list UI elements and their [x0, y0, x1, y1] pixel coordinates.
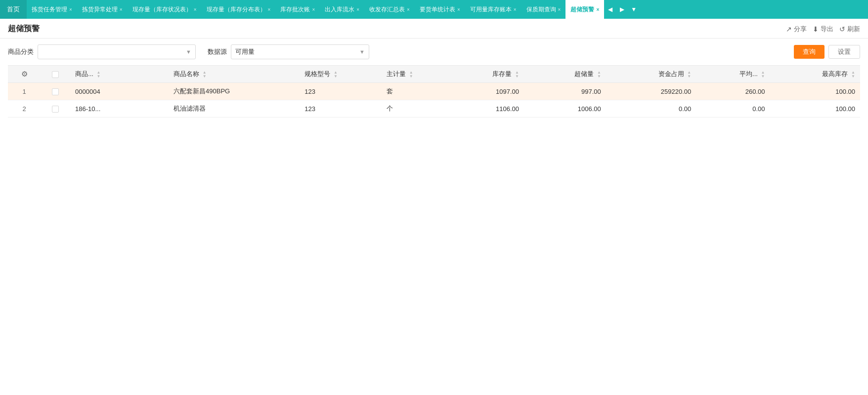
cell-checkbox[interactable] — [41, 83, 70, 100]
sort-arrows-maxstock[interactable]: ▲▼ — [851, 71, 855, 79]
nav-arrow-left[interactable]: ◀ — [604, 0, 616, 19]
nav-close-1[interactable]: × — [120, 7, 123, 12]
cell-checkbox[interactable] — [41, 100, 70, 118]
cell-stock: 1106.00 — [442, 100, 524, 118]
cell-code: 186-10... — [70, 100, 169, 118]
nav-tab-2[interactable]: 现存量（库存状况表） × — [128, 0, 202, 19]
th-stock[interactable]: 库存量 ▲▼ — [442, 66, 524, 83]
share-button[interactable]: ↗ 分享 — [786, 25, 807, 34]
page-title: 超储预警 — [8, 24, 40, 34]
page-header: 超储预警 ↗ 分享 ⬇ 导出 ↺ 刷新 — [0, 19, 868, 39]
sort-arrows-spec[interactable]: ▲▼ — [334, 71, 338, 79]
nav-tab-10[interactable]: 超储预警 × — [565, 0, 604, 19]
refresh-icon: ↺ — [839, 25, 845, 33]
cell-stock: 1097.00 — [442, 83, 524, 100]
sort-arrows-name[interactable]: ▲▼ — [203, 71, 207, 79]
nav-close-4[interactable]: × — [312, 7, 315, 12]
nav-tab-3[interactable]: 现存量（库存分布表） × — [202, 0, 276, 19]
cell-unit: 套 — [382, 83, 442, 100]
nav-close-2[interactable]: × — [194, 7, 197, 12]
table-header-row: ⚙ 商品... ▲▼ 商品名称 ▲▼ 规格型号 ▲▼ 主计 — [8, 66, 860, 83]
sort-arrows-capital[interactable]: ▲▼ — [687, 71, 691, 79]
th-avg[interactable]: 平均... ▲▼ — [696, 66, 770, 83]
nav-close-5[interactable]: × — [356, 7, 359, 12]
nav-tab-8[interactable]: 可用量库存账本 × — [465, 0, 521, 19]
cell-capital: 0.00 — [606, 100, 696, 118]
export-icon: ⬇ — [813, 25, 819, 33]
th-spec[interactable]: 规格型号 ▲▼ — [300, 66, 382, 83]
table-container: ⚙ 商品... ▲▼ 商品名称 ▲▼ 规格型号 ▲▼ 主计 — [0, 65, 868, 118]
cell-code: 0000004 — [70, 83, 169, 100]
sort-arrows-overstock[interactable]: ▲▼ — [597, 71, 601, 79]
cell-overstock: 1006.00 — [524, 100, 606, 118]
cell-avg: 0.00 — [696, 100, 770, 118]
nav-arrow-right[interactable]: ▶ — [616, 0, 628, 19]
nav-tab-9[interactable]: 保质期查询 × — [521, 0, 566, 19]
query-button[interactable]: 查询 — [794, 45, 825, 59]
cell-maxstock: 100.00 — [770, 83, 860, 100]
cell-overstock: 997.00 — [524, 83, 606, 100]
select-all-checkbox[interactable] — [52, 71, 59, 78]
nav-arrow-more[interactable]: ▼ — [628, 0, 640, 19]
row-checkbox[interactable] — [52, 88, 59, 95]
cell-spec: 123 — [300, 100, 382, 118]
datasource-arrow: ▼ — [359, 49, 365, 55]
refresh-button[interactable]: ↺ 刷新 — [839, 25, 860, 34]
table-row[interactable]: 2 186-10... 机油滤清器 123 个 1106.00 1006.00 … — [8, 100, 860, 118]
nav-tab-5[interactable]: 出入库流水 × — [320, 0, 364, 19]
cell-name: 六配套新昌490BPG — [169, 83, 300, 100]
filter-datasource: 数据源 可用量 ▼ — [208, 44, 369, 59]
share-icon: ↗ — [786, 25, 792, 33]
table-row[interactable]: 1 0000004 六配套新昌490BPG 123 套 1097.00 997.… — [8, 83, 860, 100]
nav-close-9[interactable]: × — [558, 7, 561, 12]
th-unit[interactable]: 主计量 ▲▼ — [382, 66, 442, 83]
cell-unit: 个 — [382, 100, 442, 118]
nav-close-0[interactable]: × — [69, 7, 72, 12]
th-settings[interactable]: ⚙ — [8, 66, 41, 83]
sort-arrows-unit[interactable]: ▲▼ — [409, 71, 413, 79]
nav-home[interactable]: 首页 — [0, 0, 27, 19]
filter-buttons: 查询 设置 — [794, 45, 860, 59]
nav-tab-0[interactable]: 拣货任务管理 × — [27, 0, 77, 19]
cell-index: 2 — [8, 100, 41, 118]
cell-avg: 260.00 — [696, 83, 770, 100]
sort-arrows-stock[interactable]: ▲▼ — [515, 71, 519, 79]
nav-tab-6[interactable]: 收发存汇总表 × — [364, 0, 415, 19]
table-body: 1 0000004 六配套新昌490BPG 123 套 1097.00 997.… — [8, 83, 860, 118]
setting-button[interactable]: 设置 — [828, 45, 860, 59]
nav-tab-1[interactable]: 拣货异常处理 × — [77, 0, 128, 19]
datasource-select[interactable]: 可用量 ▼ — [231, 44, 369, 59]
sort-arrows-code[interactable]: ▲▼ — [96, 71, 100, 79]
sort-arrows-avg[interactable]: ▲▼ — [761, 71, 765, 79]
cell-capital: 259220.00 — [606, 83, 696, 100]
th-overstock[interactable]: 超储量 ▲▼ — [524, 66, 606, 83]
cell-spec: 123 — [300, 83, 382, 100]
export-button[interactable]: ⬇ 导出 — [813, 25, 833, 34]
filter-datasource-label: 数据源 — [208, 47, 227, 56]
header-actions: ↗ 分享 ⬇ 导出 ↺ 刷新 — [786, 25, 860, 34]
cell-index: 1 — [8, 83, 41, 100]
data-table: ⚙ 商品... ▲▼ 商品名称 ▲▼ 规格型号 ▲▼ 主计 — [8, 65, 860, 118]
th-checkbox[interactable] — [41, 66, 70, 83]
nav-tab-7[interactable]: 要货单统计表 × — [415, 0, 465, 19]
product-category-arrow: ▼ — [186, 49, 191, 55]
cell-name: 机油滤清器 — [169, 100, 300, 118]
th-maxstock[interactable]: 最高库存 ▲▼ — [770, 66, 860, 83]
product-category-select[interactable]: ▼ — [38, 44, 196, 59]
filter-product-category-label: 商品分类 — [8, 47, 34, 56]
gear-icon[interactable]: ⚙ — [20, 70, 29, 79]
top-nav: 首页 拣货任务管理 × 拣货异常处理 × 现存量（库存状况表） × 现存量（库存… — [0, 0, 868, 19]
filter-product-category: 商品分类 ▼ — [8, 44, 196, 59]
th-code[interactable]: 商品... ▲▼ — [70, 66, 169, 83]
nav-close-10[interactable]: × — [596, 7, 599, 12]
nav-close-8[interactable]: × — [514, 7, 517, 12]
datasource-value: 可用量 — [235, 47, 255, 56]
nav-close-3[interactable]: × — [268, 7, 271, 12]
nav-close-7[interactable]: × — [457, 7, 460, 12]
cell-maxstock: 100.00 — [770, 100, 860, 118]
th-capital[interactable]: 资金占用 ▲▼ — [606, 66, 696, 83]
nav-tab-4[interactable]: 库存批次账 × — [275, 0, 320, 19]
row-checkbox[interactable] — [52, 106, 59, 113]
th-name[interactable]: 商品名称 ▲▼ — [169, 66, 300, 83]
nav-close-6[interactable]: × — [407, 7, 410, 12]
